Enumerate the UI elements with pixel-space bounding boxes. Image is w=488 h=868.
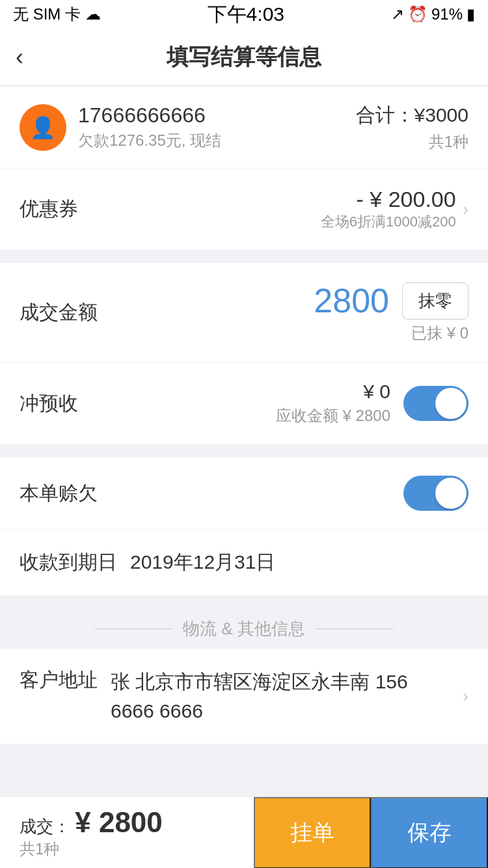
section-divider-3: [0, 595, 488, 608]
status-time: 下午4:03: [208, 1, 284, 28]
coupon-discount: - ¥ 200.00: [321, 187, 456, 212]
no-sim-text: 无 SIM 卡 ☁: [13, 4, 101, 25]
total-count: 共1种: [356, 131, 468, 152]
page-title: 填写结算等信息: [167, 42, 321, 72]
prepay-amount: ¥ 0: [276, 381, 390, 403]
coupon-right-inner: - ¥ 200.00 全场6折满1000减200: [321, 187, 456, 232]
form-section: 成交金额 2800 抹零 已抹 ¥ 0 冲预收 ¥ 0 应收金额 ¥ 2800: [0, 263, 488, 444]
customer-card: 👤 17666666666 欠款1276.35元, 现结 合计：¥3000 共1…: [0, 87, 488, 168]
footer-deal-label: 成交： ¥ 2800: [20, 806, 234, 839]
footer-left: 成交： ¥ 2800 共1种: [0, 806, 254, 860]
deal-amount-label: 成交金额: [20, 299, 98, 326]
alarm-icon: ⏰: [408, 5, 427, 23]
coupon-label: 优惠券: [20, 196, 78, 223]
customer-phone: 17666666666: [78, 103, 221, 128]
back-button[interactable]: ‹: [16, 44, 23, 71]
customer-left: 👤 17666666666 欠款1276.35元, 现结: [20, 103, 221, 151]
coupon-arrow-icon: ›: [463, 199, 468, 220]
customer-debt: 欠款1276.35元, 现结: [78, 130, 221, 151]
address-arrow-icon: ›: [463, 686, 468, 707]
footer-amount: ¥ 2800: [75, 806, 163, 838]
toggle-knob: [435, 388, 467, 419]
battery-text: 91%: [431, 5, 463, 23]
location-icon: ↗: [391, 5, 404, 23]
save-button[interactable]: 保存: [371, 797, 488, 869]
status-left: 无 SIM 卡 ☁: [13, 4, 101, 25]
avatar-icon: 👤: [30, 115, 56, 140]
logistics-divider: 物流 & 其他信息: [0, 609, 488, 648]
address-section: 客户地址 张 北京市市辖区海淀区永丰南 156 6666 6666 ›: [0, 649, 488, 744]
footer-count: 共1种: [20, 839, 234, 860]
prepay-row: 冲预收 ¥ 0 应收金额 ¥ 2800: [0, 362, 488, 444]
customer-right: 合计：¥3000 共1种: [356, 102, 468, 152]
round-button[interactable]: 抹零: [402, 282, 468, 319]
avatar: 👤: [20, 104, 66, 151]
deal-amount-row: 成交金额 2800 抹零 已抹 ¥ 0: [0, 263, 488, 362]
due-date-label: 收款到期日: [20, 549, 117, 576]
credit-row: 本单赊欠: [0, 457, 488, 529]
status-right: ↗ ⏰ 91% ▮: [391, 5, 475, 23]
deal-amount-value-area: 2800 抹零: [314, 281, 468, 320]
address-content: 张 北京市市辖区海淀区永丰南 156 6666 6666: [111, 667, 456, 726]
logistics-divider-text: 物流 & 其他信息: [94, 617, 394, 640]
nav-bar: ‹ 填写结算等信息: [0, 29, 488, 86]
due-date-row: 收款到期日 2019年12月31日: [0, 530, 488, 595]
hold-button[interactable]: 挂单: [254, 797, 371, 869]
footer-deal-text: 成交：: [20, 817, 70, 836]
deal-amount-sub: 已抹 ¥ 0: [314, 323, 468, 344]
section-divider-2: [0, 444, 488, 457]
credit-section: 本单赊欠: [0, 457, 488, 529]
prepay-right-block: ¥ 0 应收金额 ¥ 2800: [276, 381, 390, 426]
credit-toggle-knob: [435, 478, 467, 509]
section-divider-1: [0, 250, 488, 263]
due-date-value: 2019年12月31日: [130, 549, 275, 576]
due-date-section: 收款到期日 2019年12月31日: [0, 530, 488, 595]
prepay-sub: 应收金额 ¥ 2800: [276, 405, 390, 426]
credit-label: 本单赊欠: [20, 480, 98, 507]
coupon-row[interactable]: 优惠券 - ¥ 200.00 全场6折满1000减200 ›: [0, 169, 488, 250]
address-label: 客户地址: [20, 667, 98, 694]
address-row[interactable]: 客户地址 张 北京市市辖区海淀区永丰南 156 6666 6666 ›: [0, 649, 488, 744]
deal-amount-value: 2800: [314, 281, 389, 320]
footer: 成交： ¥ 2800 共1种 挂单 保存: [0, 796, 488, 868]
credit-toggle[interactable]: [403, 476, 468, 511]
total-amount: 合计：¥3000: [356, 102, 468, 129]
customer-info: 17666666666 欠款1276.35元, 现结: [78, 103, 221, 151]
prepay-toggle[interactable]: [403, 386, 468, 421]
coupon-right: - ¥ 200.00 全场6折满1000减200 ›: [321, 187, 468, 232]
prepay-label: 冲预收: [20, 390, 78, 417]
battery-icon: ▮: [467, 5, 475, 23]
coupon-desc: 全场6折满1000减200: [321, 212, 456, 232]
status-bar: 无 SIM 卡 ☁ 下午4:03 ↗ ⏰ 91% ▮: [0, 0, 488, 29]
